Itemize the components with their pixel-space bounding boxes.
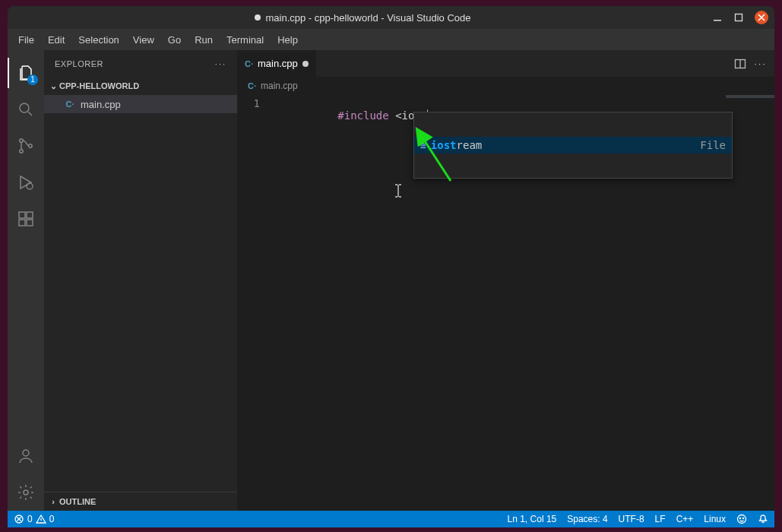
activity-settings[interactable] bbox=[8, 474, 44, 511]
suggest-rest: ream bbox=[457, 139, 483, 151]
breadcrumbs[interactable]: C· main.cpp bbox=[237, 77, 774, 95]
svg-rect-0 bbox=[714, 20, 721, 21]
status-os[interactable]: Linux bbox=[704, 514, 726, 524]
autocomplete-popup[interactable]: ≡ iostream File bbox=[413, 112, 733, 179]
status-cursor-pos[interactable]: Ln 1, Col 15 bbox=[508, 514, 557, 524]
menu-go[interactable]: Go bbox=[162, 33, 187, 47]
status-errors-count: 0 bbox=[27, 514, 33, 524]
menu-view[interactable]: View bbox=[127, 33, 160, 47]
activity-search[interactable] bbox=[8, 91, 44, 128]
code-line-1[interactable]: #include <iost ≡ iostream File bbox=[274, 95, 428, 511]
status-feedback-icon[interactable] bbox=[736, 514, 747, 524]
svg-point-2 bbox=[20, 103, 29, 112]
activity-source-control[interactable] bbox=[8, 128, 44, 164]
explorer-badge: 1 bbox=[27, 74, 38, 85]
line-number: 1 bbox=[237, 97, 260, 109]
folder-section-header[interactable]: ⌄ CPP-HELLOWORLD bbox=[44, 77, 237, 95]
suggest-kind-label: File bbox=[700, 139, 726, 151]
svg-rect-9 bbox=[19, 220, 25, 226]
maximize-button[interactable] bbox=[733, 12, 744, 23]
menu-file[interactable]: File bbox=[12, 33, 40, 47]
close-button[interactable] bbox=[755, 11, 768, 24]
menu-edit[interactable]: Edit bbox=[42, 33, 71, 47]
breadcrumb-file: main.cpp bbox=[261, 81, 298, 91]
svg-rect-1 bbox=[736, 14, 742, 21]
token-macro: #include bbox=[337, 109, 388, 122]
chevron-down-icon: ⌄ bbox=[49, 81, 58, 91]
minimize-button[interactable] bbox=[712, 12, 723, 23]
gutter: 1 bbox=[237, 95, 274, 511]
explorer-more-icon[interactable]: ··· bbox=[215, 59, 226, 68]
explorer-title: EXPLORER bbox=[55, 59, 103, 68]
svg-rect-8 bbox=[27, 212, 33, 218]
vscode-window: main.cpp - cpp-helloworld - Visual Studi… bbox=[8, 6, 774, 527]
file-item-main-cpp[interactable]: C· main.cpp bbox=[44, 95, 237, 113]
title-group: main.cpp - cpp-helloworld - Visual Studi… bbox=[14, 12, 712, 24]
outline-section-header[interactable]: › OUTLINE bbox=[44, 492, 237, 511]
svg-point-6 bbox=[27, 183, 33, 189]
suggest-kind-icon: ≡ bbox=[420, 140, 426, 151]
svg-point-11 bbox=[23, 450, 29, 456]
activitybar: 1 bbox=[8, 50, 44, 511]
dirty-indicator-dot bbox=[255, 14, 261, 21]
status-eol[interactable]: LF bbox=[655, 514, 666, 524]
minimap-viewport[interactable] bbox=[726, 95, 774, 98]
folder-name: CPP-HELLOWORLD bbox=[59, 81, 139, 90]
editor-area: C· main.cpp ··· C· main.cpp bbox=[237, 50, 774, 511]
more-actions-icon[interactable]: ··· bbox=[754, 58, 767, 69]
cpp-file-icon: C· bbox=[245, 59, 253, 68]
suggest-item[interactable]: ≡ iostream File bbox=[414, 137, 732, 154]
activity-extensions[interactable] bbox=[8, 201, 44, 237]
file-name: main.cpp bbox=[81, 99, 121, 110]
cpp-file-icon: C· bbox=[64, 98, 76, 110]
titlebar[interactable]: main.cpp - cpp-helloworld - Visual Studi… bbox=[8, 6, 774, 29]
menu-selection[interactable]: Selection bbox=[72, 33, 125, 47]
svg-point-5 bbox=[29, 144, 32, 147]
code-editor[interactable]: 1 #include <iost ≡ iostream File bbox=[237, 95, 774, 511]
tab-main-cpp[interactable]: C· main.cpp bbox=[237, 50, 317, 77]
menu-help[interactable]: Help bbox=[271, 33, 304, 47]
activity-explorer[interactable]: 1 bbox=[8, 55, 44, 91]
status-language[interactable]: C++ bbox=[676, 514, 694, 524]
svg-point-15 bbox=[738, 515, 746, 524]
svg-point-12 bbox=[24, 490, 28, 495]
activity-account[interactable] bbox=[8, 438, 44, 474]
status-problems[interactable]: 0 0 bbox=[14, 514, 54, 524]
window-title: main.cpp - cpp-helloworld - Visual Studi… bbox=[265, 12, 470, 24]
explorer-header: EXPLORER ··· bbox=[44, 50, 237, 77]
editor-tabs: C· main.cpp ··· bbox=[237, 50, 774, 77]
status-warnings-count: 0 bbox=[49, 514, 55, 524]
status-bell-icon[interactable] bbox=[758, 514, 768, 524]
status-indent[interactable]: Spaces: 4 bbox=[567, 514, 607, 524]
statusbar: 0 0 Ln 1, Col 15 Spaces: 4 UTF-8 LF C++ … bbox=[8, 511, 774, 527]
svg-point-16 bbox=[739, 518, 740, 518]
svg-rect-10 bbox=[27, 220, 33, 226]
svg-rect-7 bbox=[19, 212, 25, 218]
status-encoding[interactable]: UTF-8 bbox=[619, 514, 644, 524]
cpp-file-icon: C· bbox=[248, 81, 256, 90]
menu-run[interactable]: Run bbox=[188, 33, 219, 47]
outline-label: OUTLINE bbox=[59, 497, 96, 506]
menubar: File Edit Selection View Go Run Terminal… bbox=[8, 29, 774, 50]
split-editor-icon[interactable] bbox=[734, 58, 746, 70]
svg-point-4 bbox=[20, 150, 23, 153]
tab-filename: main.cpp bbox=[258, 58, 298, 69]
tab-dirty-dot bbox=[302, 61, 309, 67]
menu-terminal[interactable]: Terminal bbox=[220, 33, 270, 47]
explorer-sidebar: EXPLORER ··· ⌄ CPP-HELLOWORLD C· main.cp… bbox=[44, 50, 237, 511]
chevron-right-icon: › bbox=[49, 497, 58, 506]
svg-point-17 bbox=[742, 518, 743, 518]
suggest-match: iost bbox=[431, 139, 457, 151]
svg-point-3 bbox=[20, 139, 23, 142]
activity-run-debug[interactable] bbox=[8, 164, 44, 201]
